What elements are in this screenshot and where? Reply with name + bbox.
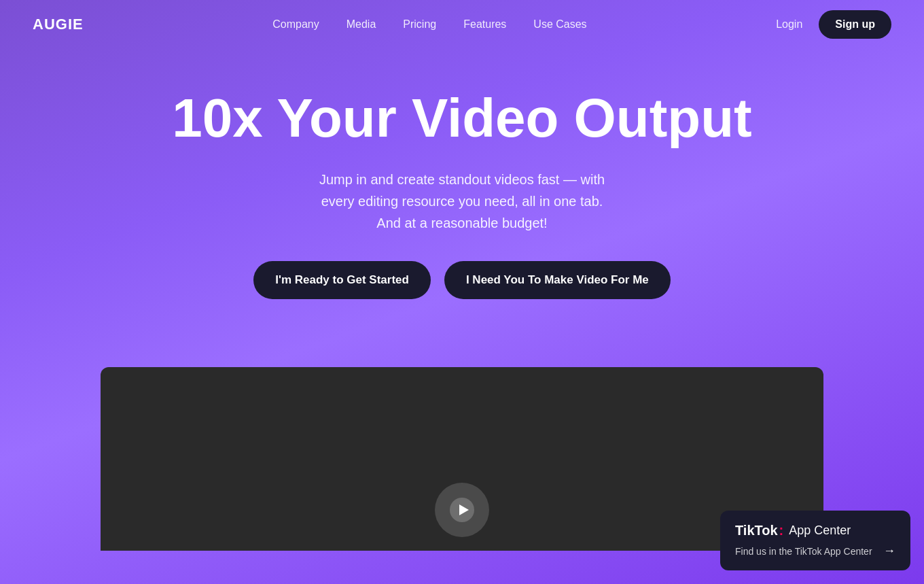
nav-links: Company Media Pricing Features Use Cases [272,18,586,31]
nav-link-use-cases[interactable]: Use Cases [533,18,586,30]
hero-subtitle: Jump in and create standout videos fast … [14,169,910,234]
tiktok-logo: TikTok: [735,523,783,538]
login-link[interactable]: Login [776,18,802,31]
tiktok-badge[interactable]: TikTok: App Center Find us in the TikTok… [720,511,910,570]
hero-subtitle-line1: Jump in and create standout videos fast … [319,172,605,187]
nav-item-features[interactable]: Features [463,18,506,31]
hero-section: 10x Your Video Output Jump in and create… [0,49,924,367]
navbar: AUGiE Company Media Pricing Features Use… [0,0,924,49]
video-container [101,367,823,551]
tiktok-arrow-icon: → [883,544,895,558]
nav-item-pricing[interactable]: Pricing [403,18,436,31]
tiktok-link-text: Find us in the TikTok App Center [735,546,872,557]
tiktok-link-row[interactable]: Find us in the TikTok App Center → [735,544,895,558]
hero-subtitle-line3: And at a reasonable budget! [376,216,547,230]
hero-buttons: I'm Ready to Get Started I Need You To M… [14,261,910,299]
nav-link-company[interactable]: Company [272,18,319,30]
signup-button[interactable]: Sign up [819,10,891,39]
nav-actions: Login Sign up [776,10,891,39]
tiktok-app-center-label: App Center [789,523,851,538]
nav-link-features[interactable]: Features [463,18,506,30]
get-started-button[interactable]: I'm Ready to Get Started [253,261,431,299]
tiktok-logo-text: TikTok [735,523,778,538]
video-play-icon[interactable] [435,483,489,537]
brand-logo[interactable]: AUGiE [33,16,84,33]
nav-item-company[interactable]: Company [272,18,319,31]
tiktok-logo-dot: : [779,523,784,538]
nav-link-pricing[interactable]: Pricing [403,18,436,30]
hero-subtitle-line2: every editing resource you need, all in … [321,194,603,209]
hero-title: 10x Your Video Output [14,90,910,147]
tiktok-badge-header: TikTok: App Center [735,523,895,538]
make-video-button[interactable]: I Need You To Make Video For Me [444,261,671,299]
nav-item-use-cases[interactable]: Use Cases [533,18,586,31]
nav-link-media[interactable]: Media [346,18,376,30]
nav-item-media[interactable]: Media [346,18,376,31]
